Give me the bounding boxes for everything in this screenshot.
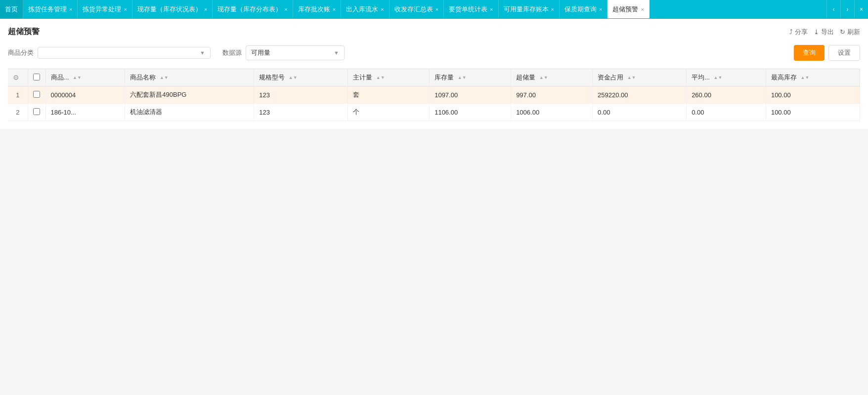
- action-buttons: 查询 设置: [794, 45, 860, 61]
- nav-batch-account[interactable]: 库存批次账 ×: [293, 0, 341, 19]
- col-stock: 库存量 ▲▼: [430, 69, 511, 86]
- col-unit: 主计量 ▲▼: [348, 69, 430, 86]
- row-unit-1: 个: [348, 104, 430, 121]
- close-pick-abnormal[interactable]: ×: [124, 6, 127, 12]
- row-checkbox-0: [28, 86, 45, 104]
- close-pick-task[interactable]: ×: [69, 6, 72, 12]
- nav-next-arrow[interactable]: ›: [840, 0, 854, 19]
- col-settings: ⚙: [8, 69, 28, 86]
- col-avg: 平均... ▲▼: [687, 69, 766, 86]
- page-header: 超储预警 ⤴ 分享 ⤓ 导出 ↻ 刷新: [8, 27, 860, 37]
- close-inventory-dist[interactable]: ×: [284, 6, 287, 12]
- sort-maxstock-icon[interactable]: ▲▼: [801, 76, 810, 80]
- row-code-0: 0000004: [45, 86, 125, 104]
- sort-capital-icon[interactable]: ▲▼: [627, 76, 636, 80]
- nav-prev-arrow[interactable]: ‹: [826, 0, 840, 19]
- table-header-row: ⚙ 商品... ▲▼ 商品名称 ▲▼ 规格型号 ▲▼ 主计: [8, 69, 860, 86]
- row-code-1: 186-10...: [45, 104, 125, 121]
- datasource-select[interactable]: 可用量 ▼: [246, 45, 345, 60]
- data-table: ⚙ 商品... ▲▼ 商品名称 ▲▼ 规格型号 ▲▼ 主计: [8, 69, 860, 121]
- row-select-1[interactable]: [33, 108, 40, 115]
- nav-demand-stats[interactable]: 要货单统计表 ×: [444, 0, 498, 19]
- row-maxstock-1: 100.00: [766, 104, 860, 121]
- table-settings-icon[interactable]: ⚙: [13, 74, 19, 81]
- sort-code-icon[interactable]: ▲▼: [73, 76, 82, 80]
- nav-available-account[interactable]: 可用量库存账本 ×: [499, 0, 560, 19]
- row-name-0: 六配套新昌490BPG: [125, 86, 254, 104]
- row-capital-1: 0.00: [593, 104, 687, 121]
- datasource-chevron-icon: ▼: [334, 50, 339, 56]
- row-unit-0: 套: [348, 86, 430, 104]
- row-num-0: 1: [8, 86, 28, 104]
- row-spec-1: 123: [254, 104, 348, 121]
- nav-receipt-summary[interactable]: 收发存汇总表 ×: [390, 0, 444, 19]
- nav-inventory-dist[interactable]: 现存量（库存分布表） ×: [213, 0, 293, 19]
- sort-overstock-icon[interactable]: ▲▼: [539, 76, 548, 80]
- row-avg-1: 0.00: [687, 104, 766, 121]
- row-overstock-0: 997.00: [511, 86, 593, 104]
- col-spec: 规格型号 ▲▼: [254, 69, 348, 86]
- row-maxstock-0: 100.00: [766, 86, 860, 104]
- nav-arrows: ‹ › ×: [826, 0, 868, 19]
- main-content: 超储预警 ⤴ 分享 ⤓ 导出 ↻ 刷新 商品分类 ▼ 数据源: [0, 19, 868, 129]
- row-stock-1: 1106.00: [430, 104, 511, 121]
- sort-unit-icon[interactable]: ▲▼: [376, 76, 385, 80]
- share-icon: ⤴: [789, 28, 793, 36]
- close-demand-stats[interactable]: ×: [490, 6, 493, 12]
- category-filter: 商品分类 ▼: [8, 47, 211, 59]
- page-title: 超储预警: [8, 27, 40, 37]
- col-maxstock: 最高库存 ▲▼: [766, 69, 860, 86]
- settings-button[interactable]: 设置: [828, 45, 860, 61]
- header-actions: ⤴ 分享 ⤓ 导出 ↻ 刷新: [789, 28, 860, 37]
- select-all-checkbox[interactable]: [33, 74, 40, 80]
- table-row: 1 0000004 六配套新昌490BPG 123 套 1097.00 997.…: [8, 86, 860, 104]
- col-name: 商品名称 ▲▼: [125, 69, 254, 86]
- nav-home[interactable]: 首页: [0, 0, 23, 19]
- export-button[interactable]: ⤓ 导出: [814, 28, 834, 37]
- close-inout-flow[interactable]: ×: [381, 6, 384, 12]
- col-checkbox: [28, 69, 45, 86]
- row-avg-0: 260.00: [687, 86, 766, 104]
- row-overstock-1: 1006.00: [511, 104, 593, 121]
- category-select[interactable]: ▼: [38, 47, 211, 59]
- row-name-1: 机油滤清器: [125, 104, 254, 121]
- refresh-button[interactable]: ↻ 刷新: [840, 28, 860, 37]
- nav-pick-abnormal[interactable]: 拣货异常处理 ×: [78, 0, 132, 19]
- col-code: 商品... ▲▼: [45, 69, 125, 86]
- query-button[interactable]: 查询: [794, 45, 825, 61]
- close-batch-account[interactable]: ×: [333, 6, 336, 12]
- nav-inventory-status[interactable]: 现存量（库存状况表） ×: [132, 0, 213, 19]
- row-checkbox-1: [28, 104, 45, 121]
- close-available-account[interactable]: ×: [551, 6, 554, 12]
- row-stock-0: 1097.00: [430, 86, 511, 104]
- row-spec-0: 123: [254, 86, 348, 104]
- nav-overstock-warning[interactable]: 超储预警 ×: [608, 0, 649, 19]
- nav-inout-flow[interactable]: 出入库流水 ×: [341, 0, 389, 19]
- sort-name-icon[interactable]: ▲▼: [160, 76, 169, 80]
- close-inventory-status[interactable]: ×: [204, 6, 207, 12]
- category-label: 商品分类: [8, 48, 34, 57]
- category-chevron-icon: ▼: [200, 50, 205, 56]
- table-row: 2 186-10... 机油滤清器 123 个 1106.00 1006.00 …: [8, 104, 860, 121]
- datasource-value: 可用量: [251, 48, 270, 57]
- col-overstock: 超储量 ▲▼: [511, 69, 593, 86]
- filter-row: 商品分类 ▼ 数据源 可用量 ▼ 查询 设置: [8, 45, 860, 61]
- row-select-0[interactable]: [33, 91, 40, 98]
- sort-spec-icon[interactable]: ▲▼: [289, 76, 298, 80]
- share-button[interactable]: ⤴ 分享: [789, 28, 808, 37]
- close-overstock-warning[interactable]: ×: [641, 6, 644, 12]
- nav-close-arrow[interactable]: ×: [854, 0, 868, 19]
- close-receipt-summary[interactable]: ×: [435, 6, 438, 12]
- refresh-icon: ↻: [840, 28, 845, 36]
- top-nav: 首页 拣货任务管理 × 拣货异常处理 × 现存量（库存状况表） × 现存量（库存…: [0, 0, 868, 19]
- nav-pick-task[interactable]: 拣货任务管理 ×: [23, 0, 78, 19]
- sort-stock-icon[interactable]: ▲▼: [458, 76, 467, 80]
- col-capital: 资金占用 ▲▼: [593, 69, 687, 86]
- datasource-label: 数据源: [222, 48, 242, 57]
- row-num-1: 2: [8, 104, 28, 121]
- close-quality-check[interactable]: ×: [599, 6, 602, 12]
- datasource-filter: 数据源 可用量 ▼: [222, 45, 345, 60]
- export-icon: ⤓: [814, 28, 819, 36]
- sort-avg-icon[interactable]: ▲▼: [714, 76, 723, 80]
- nav-quality-check[interactable]: 保质期查询 ×: [560, 0, 608, 19]
